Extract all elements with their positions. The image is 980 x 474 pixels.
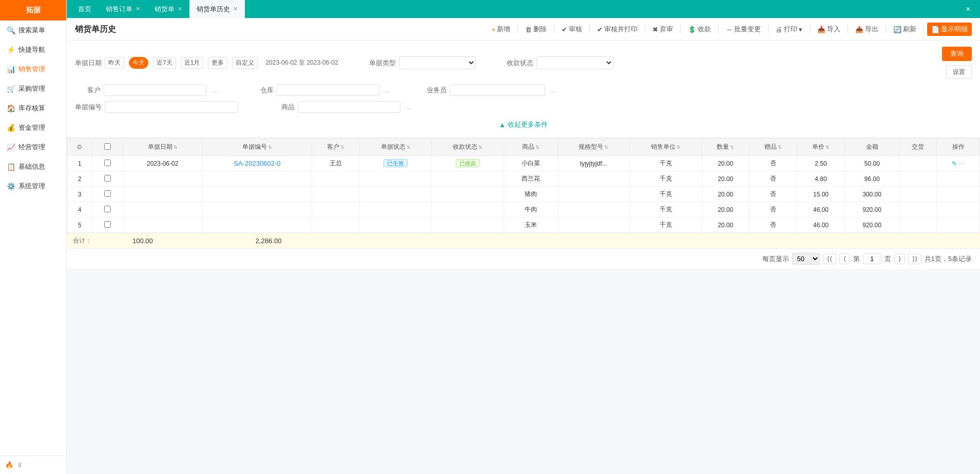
sidebar-item-system-mgmt[interactable]: ⚙️ 系统管理 — [0, 176, 66, 196]
sidebar-item-quick-nav[interactable]: ⚡ 快捷导航 — [0, 40, 66, 60]
doc-type-select[interactable] — [399, 56, 476, 69]
warehouse-ellipsis-btn[interactable]: ... — [385, 86, 390, 94]
purchase-mgmt-icon: 🛒 — [6, 84, 15, 93]
sort-qty-icon[interactable]: ⇅ — [730, 145, 734, 150]
customer-ellipsis-btn[interactable]: ... — [212, 86, 217, 94]
cell-trade — [899, 187, 937, 202]
page-number-input[interactable] — [863, 253, 881, 264]
delete-button[interactable]: 🗑 删除 — [521, 23, 551, 36]
cell-amount: 96.00 — [844, 171, 899, 187]
customer-input[interactable] — [104, 84, 206, 96]
sidebar-bottom-icon1[interactable]: 🔥 — [5, 461, 13, 469]
date-btn-more[interactable]: 更多 — [208, 57, 227, 69]
tab-sales-goods[interactable]: 销货单 ✕ — [147, 0, 189, 18]
date-btn-7days[interactable]: 近7天 — [153, 57, 176, 69]
tab-home[interactable]: 首页 — [71, 0, 99, 18]
row-checkbox-2[interactable] — [104, 190, 111, 197]
goods-ellipsis-btn[interactable]: ... — [406, 103, 411, 111]
show-detail-icon: 📄 — [931, 26, 939, 33]
staff-ellipsis-btn[interactable]: ... — [550, 86, 556, 94]
tab-close-sales-goods[interactable]: ✕ — [178, 6, 182, 12]
gear-col-icon[interactable]: ⚙ — [76, 143, 83, 151]
sidebar-item-label-search-menu: 搜索菜单 — [18, 26, 45, 35]
data-table: ⚙ 单据日期⇅ 单据编号⇅ 客户⇅ 单据状态⇅ 收款状态⇅ 商品⇅ 规格型号⇅ … — [67, 138, 980, 233]
cell-quantity: 20.00 — [702, 202, 750, 218]
audit-button[interactable]: ✔ 审核 — [558, 23, 586, 36]
row-checkbox-0[interactable] — [104, 160, 111, 166]
show-detail-button[interactable]: 📄 显示明细 — [927, 23, 972, 36]
th-gear[interactable]: ⚙ — [67, 139, 92, 156]
sort-gift-icon[interactable]: ⇅ — [778, 145, 782, 150]
date-btn-custom[interactable]: 自定义 — [232, 57, 258, 69]
add-button[interactable]: + 新增 — [487, 23, 514, 36]
sort-date-icon[interactable]: ⇅ — [174, 145, 178, 150]
edit-action-btn-0[interactable]: ✎ — [952, 160, 957, 167]
docno-link-0[interactable]: SA-20230602-0 — [234, 160, 280, 167]
sort-goods-icon[interactable]: ⇅ — [535, 145, 540, 150]
cell-checkbox[interactable] — [92, 218, 123, 233]
cell-checkbox[interactable] — [92, 202, 123, 218]
set-button[interactable]: 设置 — [946, 65, 972, 79]
cell-checkbox[interactable] — [92, 156, 123, 171]
docno-input[interactable] — [105, 101, 238, 113]
first-page-button[interactable]: ⟨⟨ — [823, 253, 836, 264]
collapse-section: ▲ 收起更多条件 — [75, 118, 972, 131]
sort-docstatus-icon[interactable]: ⇅ — [407, 145, 411, 150]
next-page-button[interactable]: ⟩ — [894, 253, 905, 264]
cell-doc-status — [360, 202, 432, 218]
row-checkbox-4[interactable] — [104, 221, 111, 228]
abandon-button[interactable]: ✖ 弃审 — [648, 23, 677, 36]
receive-button[interactable]: 💲 收款 — [684, 23, 715, 36]
sort-spec-icon[interactable]: ⇅ — [604, 145, 608, 150]
audit-print-button[interactable]: ✔ 审核并打印 — [593, 23, 642, 36]
content-area: 销货单历史 + 新增 🗑 删除 ✔ 审核 ✔ — [67, 18, 980, 474]
tab-close-all-button[interactable]: ✕ — [960, 6, 976, 13]
th-checkbox[interactable] — [92, 139, 123, 156]
sort-docno-icon[interactable]: ⇅ — [268, 145, 272, 150]
prev-page-button[interactable]: ⟨ — [839, 253, 850, 264]
sidebar-item-finance-mgmt[interactable]: 💰 资金管理 — [0, 118, 66, 137]
warehouse-input[interactable] — [277, 84, 379, 96]
sort-price-icon[interactable]: ⇅ — [825, 145, 830, 150]
total-info: 共1页，5条记录 — [925, 254, 972, 264]
staff-input[interactable] — [450, 84, 545, 96]
tab-close-sales-history[interactable]: ✕ — [233, 6, 238, 12]
select-all-checkbox[interactable] — [104, 143, 111, 150]
more-action-btn-0[interactable]: ⋯ — [958, 160, 965, 167]
date-btn-today[interactable]: 今天 — [129, 57, 148, 69]
import-button[interactable]: 📥 导入 — [813, 23, 844, 36]
sidebar-item-inventory-calc[interactable]: 🏠 库存核算 — [0, 98, 66, 118]
sidebar-item-search-menu[interactable]: 🔍 搜索菜单 — [0, 21, 66, 40]
sort-unit-icon[interactable]: ⇅ — [677, 145, 681, 150]
tab-sales-order[interactable]: 销售订单 ✕ — [99, 0, 147, 18]
date-btn-1month[interactable]: 近1月 — [181, 57, 204, 69]
pay-status-filter-label: 收款状态 — [507, 58, 533, 68]
search-menu-icon: 🔍 — [6, 26, 15, 35]
cell-checkbox[interactable] — [92, 171, 123, 187]
print-button[interactable]: 🖨 打印 ▾ — [772, 23, 806, 36]
row-checkbox-3[interactable] — [104, 206, 111, 212]
sidebar-item-purchase-mgmt[interactable]: 🛒 采购管理 — [0, 79, 66, 98]
query-button[interactable]: 查询 — [942, 47, 972, 61]
sort-paystatus-icon[interactable]: ⇅ — [478, 145, 483, 150]
batch-change-button[interactable]: ↔ 批量变更 — [722, 23, 765, 36]
cell-checkbox[interactable] — [92, 187, 123, 202]
refresh-button[interactable]: 🔄 刷新 — [889, 23, 920, 36]
sidebar-item-sales-mgmt[interactable]: 📊 销售管理 — [0, 60, 66, 79]
sort-customer-icon[interactable]: ⇅ — [340, 145, 344, 150]
sidebar-bottom-icon2[interactable]: ⏸ — [16, 461, 23, 469]
last-page-button[interactable]: ⟩⟩ — [908, 253, 921, 264]
date-btn-yesterday[interactable]: 昨天 — [105, 57, 124, 69]
collapse-button[interactable]: ▲ 收起更多条件 — [75, 118, 972, 131]
row-checkbox-1[interactable] — [104, 175, 111, 182]
toolbar-divider4 — [645, 25, 645, 33]
sidebar-item-operation-mgmt[interactable]: 📈 经营管理 — [0, 137, 66, 157]
per-page-select[interactable]: 50 100 200 — [792, 253, 820, 265]
tab-sales-history[interactable]: 销货单历史 ✕ — [189, 0, 245, 18]
goods-input[interactable] — [298, 101, 400, 113]
export-button[interactable]: 📤 导出 — [851, 23, 882, 36]
tab-close-sales-order[interactable]: ✕ — [136, 6, 140, 12]
cell-customer — [312, 187, 360, 202]
pay-status-select[interactable] — [536, 56, 613, 69]
sidebar-item-basic-info[interactable]: 📋 基础信息 — [0, 157, 66, 176]
